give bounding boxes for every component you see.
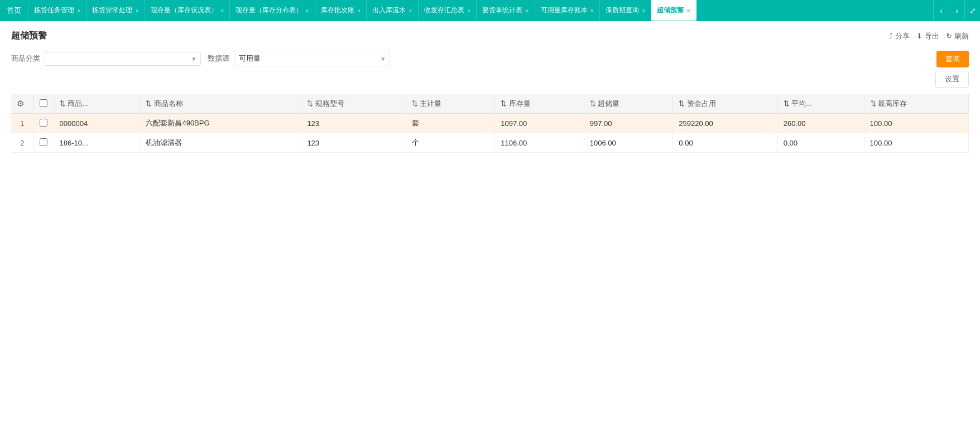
row-max-stock: 100.00 xyxy=(864,133,968,153)
row-max-stock: 100.00 xyxy=(864,114,968,133)
category-filter-group: 商品分类 ▾ xyxy=(11,52,201,66)
row-capital: 0.00 xyxy=(673,133,777,153)
close-tab-icon[interactable]: × xyxy=(590,7,594,14)
chevron-down-icon: ▾ xyxy=(381,55,385,63)
close-tab-icon[interactable]: × xyxy=(642,7,645,14)
row-product-name: 六配套新昌490BPG xyxy=(140,114,301,133)
table-row: 2 186-10... 机油滤清器 123 个 1106.00 1006.00 … xyxy=(11,133,969,153)
col-avg-header[interactable]: ⇅ 平均... xyxy=(777,94,864,114)
row-stock: 1097.00 xyxy=(495,114,584,133)
nav-tab-label: 收发存汇总表 xyxy=(424,6,464,15)
row-index: 1 xyxy=(11,114,33,133)
row-over-stock: 997.00 xyxy=(584,114,673,133)
row-over-stock: 1006.00 xyxy=(584,133,673,153)
category-label: 商品分类 xyxy=(11,54,40,64)
col-unit-header[interactable]: ⇅ 主计量 xyxy=(406,94,495,114)
header-actions: ⤴ 分享 ⬇ 导出 ↻ 刷新 xyxy=(889,31,969,41)
col-product-name-header[interactable]: ⇅ 商品名称 xyxy=(140,94,301,114)
export-icon: ⬇ xyxy=(916,32,923,40)
close-tab-icon[interactable]: × xyxy=(409,7,412,14)
nav-next-button[interactable]: › xyxy=(949,0,964,21)
row-stock: 1106.00 xyxy=(495,133,584,153)
chevron-down-icon: ▾ xyxy=(192,55,196,63)
nav-tab-tab-10[interactable]: 保质期查询× xyxy=(600,0,651,21)
col-max-stock-header[interactable]: ⇅ 最高库存 xyxy=(864,94,968,114)
close-tab-icon[interactable]: × xyxy=(135,7,138,14)
table-header-row: ⚙ ⇅ 商品... ⇅ 商品名称 ⇅ 规格型号 ⇅ xyxy=(11,94,969,114)
nav-tab-label: 出入库流水 xyxy=(372,6,406,15)
page-content: 超储预警 ⤴ 分享 ⬇ 导出 ↻ 刷新 商品分类 ▾ xyxy=(0,21,980,446)
nav-tab-tab-3[interactable]: 现存量（库存状况表）× xyxy=(145,0,230,21)
query-button[interactable]: 查询 xyxy=(936,51,969,67)
close-tab-icon[interactable]: × xyxy=(357,7,361,14)
col-check-header[interactable] xyxy=(33,94,54,114)
share-button[interactable]: ⤴ 分享 xyxy=(889,31,910,41)
nav-tab-tab-2[interactable]: 拣货异常处理× xyxy=(87,0,145,21)
nav-tab-tab-1[interactable]: 拣货任务管理× xyxy=(28,0,87,21)
category-select[interactable]: ▾ xyxy=(45,52,201,66)
share-icon: ⤴ xyxy=(889,32,893,40)
nav-prev-button[interactable]: ‹ xyxy=(933,0,949,21)
row-index: 2 xyxy=(11,133,33,153)
nav-tab-label: 要货单统计表 xyxy=(482,6,522,15)
col-settings-header[interactable]: ⚙ xyxy=(11,94,33,114)
row-checkbox-cell[interactable] xyxy=(33,133,54,153)
nav-arrows: ‹ › ⤢ xyxy=(933,0,980,21)
row-avg: 260.00 xyxy=(777,114,864,133)
gear-icon[interactable]: ⚙ xyxy=(17,99,24,108)
row-checkbox-cell[interactable] xyxy=(33,114,54,133)
export-button[interactable]: ⬇ 导出 xyxy=(916,31,939,41)
close-tab-icon[interactable]: × xyxy=(77,7,80,14)
nav-tab-tab-6[interactable]: 出入库流水× xyxy=(367,0,418,21)
filter-buttons: 查询 设置 xyxy=(935,51,969,88)
table-row: 1 0000004 六配套新昌490BPG 123 套 1097.00 997.… xyxy=(11,114,969,133)
row-unit: 套 xyxy=(406,114,495,133)
nav-tab-label: 现存量（库存状况表） xyxy=(151,6,218,15)
datasource-filter-group: 数据源 可用量 ▾ xyxy=(208,51,390,66)
datasource-label: 数据源 xyxy=(208,54,229,64)
top-navigation: 首页 拣货任务管理×拣货异常处理×现存量（库存状况表）×现存量（库存分布表）×库… xyxy=(0,0,980,21)
nav-tab-tab-11[interactable]: 超储预警× xyxy=(651,0,696,21)
nav-tab-label: 库存批次账 xyxy=(321,6,354,15)
close-tab-icon[interactable]: × xyxy=(305,7,309,14)
select-all-checkbox[interactable] xyxy=(40,99,47,107)
row-spec: 123 xyxy=(301,114,406,133)
col-spec-header[interactable]: ⇅ 规格型号 xyxy=(301,94,406,114)
row-product-code: 186-10... xyxy=(54,133,140,153)
row-product-code: 0000004 xyxy=(54,114,140,133)
close-tab-icon[interactable]: × xyxy=(220,7,224,14)
row-product-name: 机油滤清器 xyxy=(140,133,301,153)
col-stock-header[interactable]: ⇅ 库存量 xyxy=(495,94,584,114)
settings-button[interactable]: 设置 xyxy=(935,71,969,88)
col-over-stock-header[interactable]: ⇅ 超储量 xyxy=(584,94,673,114)
refresh-button[interactable]: ↻ 刷新 xyxy=(946,31,969,41)
close-tab-icon[interactable]: × xyxy=(525,7,529,14)
row-checkbox[interactable] xyxy=(40,138,47,146)
col-product-code-header[interactable]: ⇅ 商品... xyxy=(54,94,140,114)
col-capital-header[interactable]: ⇅ 资金占用 xyxy=(673,94,777,114)
nav-tab-label: 超储预警 xyxy=(657,6,684,15)
nav-home[interactable]: 首页 xyxy=(0,0,28,21)
nav-tab-label: 拣货任务管理 xyxy=(34,6,74,15)
nav-tab-tab-8[interactable]: 要货单统计表× xyxy=(477,0,535,21)
row-unit: 个 xyxy=(406,133,495,153)
close-tab-icon[interactable]: × xyxy=(686,7,690,14)
row-spec: 123 xyxy=(301,133,406,153)
row-checkbox[interactable] xyxy=(40,119,47,127)
nav-tab-label: 现存量（库存分布表） xyxy=(236,6,302,15)
refresh-icon: ↻ xyxy=(946,32,952,40)
nav-tab-tab-7[interactable]: 收发存汇总表× xyxy=(419,0,477,21)
close-tab-icon[interactable]: × xyxy=(467,7,470,14)
data-table: ⚙ ⇅ 商品... ⇅ 商品名称 ⇅ 规格型号 ⇅ xyxy=(11,94,969,153)
datasource-value: 可用量 xyxy=(239,54,261,64)
row-avg: 0.00 xyxy=(777,133,864,153)
nav-tab-tab-5[interactable]: 库存批次账× xyxy=(315,0,367,21)
nav-tab-label: 拣货异常处理 xyxy=(92,6,132,15)
datasource-select[interactable]: 可用量 ▾ xyxy=(234,51,390,66)
nav-expand-button[interactable]: ⤢ xyxy=(964,0,980,21)
nav-tab-label: 保质期查询 xyxy=(606,6,639,15)
page-header: 超储预警 ⤴ 分享 ⬇ 导出 ↻ 刷新 xyxy=(11,30,969,42)
nav-tab-label: 可用量库存账本 xyxy=(541,6,588,15)
nav-tab-tab-9[interactable]: 可用量库存账本× xyxy=(535,0,600,21)
nav-tab-tab-4[interactable]: 现存量（库存分布表）× xyxy=(230,0,315,21)
